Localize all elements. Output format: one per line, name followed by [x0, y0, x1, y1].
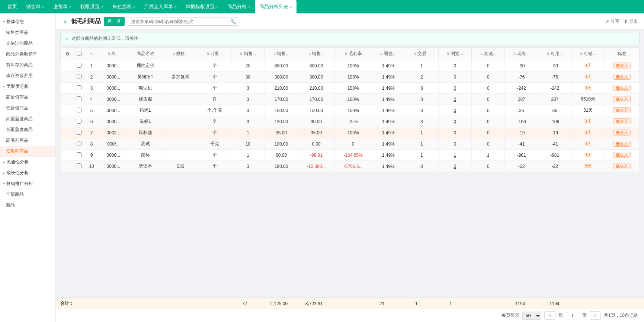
- col-qty[interactable]: 销售...: [231, 48, 265, 60]
- sidebar-group-circulation[interactable]: ▸ 流通性分析: [0, 157, 55, 168]
- row-margin: 1.49%: [372, 161, 405, 172]
- row-trade[interactable]: 0: [438, 127, 471, 138]
- nav-product-analysis[interactable]: 商品分析 ×: [223, 0, 255, 13]
- nav-sales-close[interactable]: ×: [42, 5, 44, 9]
- row-checkbox[interactable]: [74, 127, 84, 138]
- nav-products-in[interactable]: 产成品入库单 ×: [140, 0, 181, 13]
- nav-roles-close[interactable]: ×: [133, 5, 135, 9]
- sidebar-item-traded-goods[interactable]: 交易过的商品: [0, 38, 55, 49]
- search-input[interactable]: [131, 19, 230, 24]
- row-trade[interactable]: 0: [438, 138, 471, 150]
- export-button[interactable]: ⬆ 导出: [624, 18, 638, 25]
- col-browse2[interactable]: 浏览...: [472, 48, 505, 60]
- row-sellable: 8610天: [571, 94, 605, 105]
- nav-purchase[interactable]: 进货单 ×: [49, 0, 76, 13]
- nav-home[interactable]: 首页: [3, 0, 22, 13]
- nav-template[interactable]: 单据模板设置 ×: [181, 0, 223, 13]
- sidebar-item-new-goods[interactable]: 新品: [0, 200, 55, 211]
- row-checkbox[interactable]: [74, 161, 84, 172]
- row-trade[interactable]: 0: [438, 71, 471, 83]
- sidebar-item-high-value[interactable]: 高价值商品: [0, 92, 55, 103]
- search-icon[interactable]: 🔍: [230, 19, 236, 24]
- row-sales2: 800.00: [298, 60, 335, 71]
- row-qty: 3: [231, 116, 265, 127]
- sidebar-group-overall[interactable]: ▾ 整体信息: [0, 16, 55, 27]
- collapse-sidebar-button[interactable]: «: [62, 18, 68, 25]
- col-spec[interactable]: 规格...: [163, 48, 198, 60]
- sidebar-item-all-goods[interactable]: 全部商品: [0, 189, 55, 200]
- row-trade[interactable]: 0: [438, 105, 471, 116]
- nav-template-close[interactable]: ×: [216, 5, 218, 9]
- nav-product-analysis-list[interactable]: 商品分析列表 ×: [255, 0, 297, 13]
- page-input[interactable]: [566, 312, 579, 319]
- sidebar-item-low-coverage[interactable]: 低覆盖度商品: [0, 124, 55, 135]
- row-available: -41: [538, 138, 571, 150]
- prev-page-button[interactable]: ＜: [544, 311, 555, 320]
- col-available[interactable]: 可用...: [538, 48, 571, 60]
- nav-product-analysis-list-close[interactable]: ×: [290, 5, 292, 9]
- sidebar-group-cluster[interactable]: ▾ 类聚度分析: [0, 81, 55, 92]
- share-button[interactable]: ↗ 分享: [605, 18, 619, 25]
- col-sales2[interactable]: 销售...: [298, 48, 335, 60]
- sidebar-item-stock-goods[interactable]: 有库存的商品: [0, 60, 55, 70]
- row-trade[interactable]: 0: [438, 161, 471, 172]
- next-page-button[interactable]: ＞: [590, 311, 601, 320]
- row-tag: 低收入: [605, 83, 639, 94]
- sidebar-item-category-sales[interactable]: 商品分类助销率: [0, 49, 55, 60]
- select-all-checkbox[interactable]: [77, 51, 81, 56]
- sidebar-item-high-coverage[interactable]: 高覆盖度商品: [0, 114, 55, 124]
- page-size-select[interactable]: 50 100 200: [522, 312, 541, 320]
- row-coverage: 1: [405, 138, 438, 150]
- col-code[interactable]: 商...: [99, 48, 128, 60]
- nav-sales[interactable]: 销售单 ×: [22, 0, 49, 13]
- row-trade[interactable]: 0: [438, 116, 471, 127]
- row-checkbox[interactable]: [74, 150, 84, 161]
- col-checkbox[interactable]: [74, 48, 84, 60]
- sidebar-item-capital[interactable]: 库存资金占用: [0, 70, 55, 81]
- row-checkbox[interactable]: [74, 105, 84, 116]
- sidebar-item-low-value[interactable]: 低价值商品: [0, 103, 55, 114]
- row-checkbox[interactable]: [74, 116, 84, 127]
- row-trade[interactable]: 0: [438, 60, 471, 71]
- row-stock: -22: [505, 161, 538, 172]
- row-unit: 件: [198, 94, 231, 105]
- sidebar-item-low-margin[interactable]: 低毛利商品: [0, 146, 55, 157]
- nav-product-analysis-close[interactable]: ×: [248, 5, 250, 9]
- sidebar-group-growth[interactable]: ▸ 成长性分析: [0, 168, 55, 178]
- row-checkbox[interactable]: [74, 138, 84, 150]
- nav-permissions[interactable]: 权限设置 ×: [76, 0, 108, 13]
- row-coverage: 3: [405, 83, 438, 94]
- table-row: 8 000/... 测试 千克 10 100.00 0.00 0 1.49% 1…: [61, 138, 640, 150]
- nav-permissions-close[interactable]: ×: [101, 5, 103, 9]
- col-settings[interactable]: ⚙: [61, 48, 74, 60]
- col-coverage[interactable]: 覆盖...: [372, 48, 405, 60]
- row-checkbox[interactable]: [74, 94, 84, 105]
- nav-products-in-close[interactable]: ×: [174, 5, 177, 9]
- nav-roles[interactable]: 角色授权 ×: [108, 0, 140, 13]
- filter-period-button[interactable]: 近一月: [104, 17, 125, 26]
- sidebar-item-high-margin[interactable]: 高毛利商品: [0, 135, 55, 146]
- row-checkbox[interactable]: [74, 60, 84, 71]
- col-sellable[interactable]: 可销...: [571, 48, 605, 60]
- row-margin: 1.49%: [372, 94, 405, 105]
- row-sellable: 0天: [571, 127, 605, 138]
- row-trade[interactable]: 0: [438, 83, 471, 94]
- sidebar-item-sales-goods[interactable]: 销售类商品: [0, 27, 55, 38]
- col-browse1[interactable]: 浏览...: [438, 48, 471, 60]
- group-circulation-label: 流通性分析: [6, 159, 29, 165]
- col-stock[interactable]: 现有...: [505, 48, 538, 60]
- col-unit[interactable]: 计量...: [198, 48, 231, 60]
- col-trade[interactable]: 交易...: [405, 48, 438, 60]
- row-settings: [61, 150, 74, 161]
- row-no: 10: [84, 161, 99, 172]
- col-margin[interactable]: 毛利率: [334, 48, 372, 60]
- row-checkbox[interactable]: [74, 71, 84, 83]
- row-trade[interactable]: 1: [438, 150, 471, 161]
- header-actions: ↗ 分享 ⬆ 导出: [605, 18, 638, 25]
- col-sales1[interactable]: 销售...: [265, 48, 298, 60]
- row-trade[interactable]: 0: [438, 94, 471, 105]
- row-checkbox[interactable]: [74, 83, 84, 94]
- sidebar-group-marketing[interactable]: ▾ 营销推广分析: [0, 178, 55, 189]
- row-sales2: 170.00: [298, 94, 335, 105]
- nav-purchase-close[interactable]: ×: [69, 5, 71, 9]
